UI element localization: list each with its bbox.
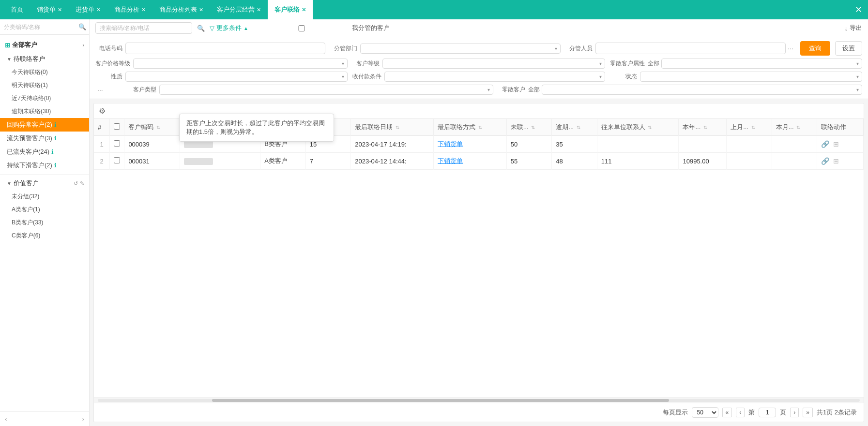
retail-attr-select[interactable]: ▾: [661, 59, 862, 69]
col-code[interactable]: 客户编码 ⇅: [124, 119, 180, 136]
sidebar-arrow-right[interactable]: ›: [82, 415, 84, 423]
grid-action-icon-2[interactable]: ⊞: [833, 157, 839, 165]
next-page-button[interactable]: ›: [790, 408, 799, 417]
export-button[interactable]: ↓ 导出: [845, 24, 863, 32]
sidebar-all-customers[interactable]: ⊞ 全部客户 ›: [0, 38, 89, 52]
nav-purchase-close[interactable]: ✕: [96, 7, 101, 13]
first-page-button[interactable]: «: [722, 408, 732, 417]
col-no-contact[interactable]: 未联... ⇅: [506, 119, 552, 136]
col-last-contact-method[interactable]: 最后联络方式 ⇅: [434, 119, 507, 136]
manager-dots[interactable]: ···: [786, 44, 795, 52]
more-conditions-button[interactable]: ▽ 更多条件 ▲: [210, 24, 248, 32]
scroll-thumb[interactable]: [212, 399, 669, 402]
scroll-track[interactable]: [98, 399, 860, 402]
retail-select[interactable]: ▾: [542, 85, 862, 95]
nav-purchase[interactable]: 进货单 ✕: [69, 0, 107, 19]
sidebar-arrow-left[interactable]: ‹: [5, 415, 7, 423]
filter-dept: 分管部门 ▾: [330, 44, 560, 54]
nav-analysis[interactable]: 商品分析 ✕: [107, 0, 152, 19]
phone-input[interactable]: [125, 43, 325, 54]
row-checkbox-1[interactable]: [110, 136, 124, 153]
sidebar-item-lost[interactable]: 已流失客户(24) ℹ: [0, 145, 89, 159]
nav-analysis-list-close[interactable]: ✕: [199, 7, 203, 13]
edit-icon[interactable]: ✎: [80, 180, 84, 187]
filter-dots-icon[interactable]: ···: [95, 86, 105, 94]
settings-button[interactable]: 设置: [835, 41, 862, 56]
nav-customer-contact-close[interactable]: ✕: [302, 7, 306, 13]
filter-manager: 分管人员 ···: [565, 43, 795, 54]
price-grade-select[interactable]: ▾: [133, 59, 348, 69]
link-icon-2[interactable]: 🔗: [821, 157, 829, 165]
sidebar-item-class-c[interactable]: C类客户(6): [0, 229, 89, 242]
info-icon[interactable]: ℹ: [54, 121, 57, 128]
refresh-icon[interactable]: ↺: [74, 180, 78, 187]
sidebar-item-declining[interactable]: 持续下滑客户(2) ℹ: [0, 159, 89, 172]
horizontal-scrollbar[interactable]: [94, 397, 864, 403]
nav-sales[interactable]: 销货单 ✕: [30, 0, 69, 19]
query-button[interactable]: 查询: [800, 41, 830, 56]
col-last-month[interactable]: 上月... ⇅: [727, 119, 772, 136]
sidebar-divider: [0, 174, 89, 175]
sidebar-item-7days[interactable]: 近7天待联络(0): [0, 92, 89, 105]
sidebar-item-lost-warning[interactable]: 流失预警客户(3) ℹ: [0, 132, 89, 145]
info-icon-2[interactable]: ℹ: [54, 135, 57, 142]
row-contact-2: 7: [305, 153, 351, 170]
grid-action-icon-1[interactable]: ⊞: [833, 140, 839, 148]
sidebar-item-class-b[interactable]: B类客户(33): [0, 216, 89, 229]
sidebar-group-value-customers[interactable]: ▼ 价值客户 ↺ ✎: [0, 176, 89, 190]
nav-analysis-close[interactable]: ✕: [141, 7, 146, 13]
link-icon-1[interactable]: 🔗: [821, 140, 829, 148]
search-input[interactable]: [95, 22, 192, 34]
my-customers-checkbox[interactable]: 我分管的客户: [253, 24, 390, 32]
status-select[interactable]: ▾: [640, 72, 862, 82]
nav-analysis-list[interactable]: 商品分析列表 ✕: [152, 0, 210, 19]
sidebar-item-ungrouped[interactable]: 未分组(32): [0, 190, 89, 203]
row-check-2[interactable]: [114, 157, 120, 163]
payment-select[interactable]: ▾: [384, 72, 605, 82]
sidebar-item-overdue-contact[interactable]: 逾期未联络(30): [0, 105, 89, 118]
window-close-button[interactable]: ✕: [855, 4, 862, 15]
info-icon-4[interactable]: ℹ: [54, 162, 57, 169]
sidebar-item-repurchase-abnormal[interactable]: 回购异常客户(2) ℹ: [0, 118, 89, 132]
last-page-button[interactable]: »: [803, 408, 813, 417]
search-icon[interactable]: 🔍: [197, 25, 205, 32]
col-contacts[interactable]: 往来单位联系人 ⇅: [597, 119, 679, 136]
manager-input[interactable]: [595, 43, 786, 54]
prev-page-button[interactable]: ‹: [736, 408, 745, 417]
row-checkbox-2[interactable]: [110, 153, 124, 170]
chevron-right-icon: ›: [82, 42, 84, 48]
customer-type-select[interactable]: ▾: [159, 85, 493, 95]
nav-customer-tier-close[interactable]: ✕: [257, 7, 261, 13]
nav-sales-close[interactable]: ✕: [58, 7, 62, 13]
table-scroll-wrapper[interactable]: # 客户编码 ⇅ 客户名称 ⇅ 客户... ⇅ 联络... ⇅ 最后联络日期 ⇅…: [94, 119, 864, 397]
sidebar-item-tomorrow[interactable]: 明天待联络(1): [0, 79, 89, 92]
col-this-year[interactable]: 本年... ⇅: [679, 119, 727, 136]
sidebar-search-input[interactable]: [4, 24, 76, 30]
status-arrow-icon: ▾: [856, 74, 859, 79]
sidebar-item-today[interactable]: 今天待联络(0): [0, 66, 89, 79]
sidebar-item-class-a[interactable]: A类客户(1): [0, 203, 89, 216]
info-icon-3[interactable]: ℹ: [51, 148, 54, 155]
gender-select[interactable]: ▾: [125, 72, 348, 82]
row-lcm-link-1[interactable]: 下销货单: [438, 140, 463, 147]
row-lcm-2[interactable]: 下销货单: [434, 153, 507, 170]
row-lcm-1[interactable]: 下销货单: [434, 136, 507, 153]
col-this-month[interactable]: 本月... ⇅: [772, 119, 817, 136]
per-page-select[interactable]: 50 100 200: [692, 407, 718, 418]
table-settings-icon[interactable]: ⚙: [99, 106, 106, 116]
nav-customer-contact[interactable]: 客户联络 ✕: [268, 0, 313, 19]
my-customers-check[interactable]: [253, 25, 350, 31]
col-overdue[interactable]: 逾期... ⇅: [552, 119, 597, 136]
nav-home[interactable]: 首页: [4, 0, 30, 19]
dept-select[interactable]: ▾: [360, 44, 560, 54]
row-lcm-link-2[interactable]: 下销货单: [438, 157, 463, 164]
nav-customer-tier[interactable]: 客户分层经营 ✕: [210, 0, 268, 19]
col-last-contact-date[interactable]: 最后联络日期 ⇅: [351, 119, 434, 136]
row-check-1[interactable]: [114, 140, 120, 147]
row-code-2: 000031: [124, 153, 180, 170]
customer-grade-select[interactable]: ▾: [382, 59, 605, 69]
page-input[interactable]: [759, 408, 776, 417]
sidebar-search-icon[interactable]: 🔍: [78, 23, 86, 30]
sidebar-group-pending[interactable]: ▼ 待联络客户: [0, 52, 89, 66]
select-all-checkbox[interactable]: [114, 123, 120, 130]
